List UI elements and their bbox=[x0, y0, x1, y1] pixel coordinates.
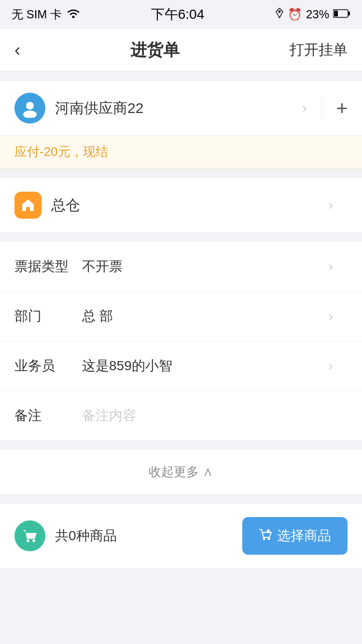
supplier-row[interactable]: 河南供应商22 › + bbox=[0, 81, 362, 136]
nav-bar: ‹ 进货单 打开挂单 bbox=[0, 29, 362, 71]
page-root: 无 SIM 卡 下午6:04 ⏰ 23% bbox=[0, 0, 362, 644]
product-count: 共0种商品 bbox=[55, 527, 233, 545]
svg-point-6 bbox=[23, 111, 37, 118]
status-bar: 无 SIM 卡 下午6:04 ⏰ 23% bbox=[0, 0, 362, 29]
open-pending-button[interactable]: 打开挂单 bbox=[290, 40, 348, 60]
warehouse-icon bbox=[14, 192, 42, 219]
notice-text: 应付-20元，现结 bbox=[14, 144, 108, 159]
page-title: 进货单 bbox=[130, 39, 180, 61]
svg-point-5 bbox=[26, 102, 34, 110]
svg-point-9 bbox=[263, 537, 265, 540]
svg-point-1 bbox=[278, 11, 280, 13]
staff-chevron-icon: › bbox=[329, 358, 333, 374]
invoice-label: 票据类型 bbox=[14, 257, 72, 276]
remark-row[interactable]: 备注 备注内容 bbox=[0, 391, 362, 440]
supplier-card: 河南供应商22 › + 应付-20元，现结 bbox=[0, 81, 362, 168]
department-label: 部门 bbox=[14, 307, 72, 325]
select-goods-button[interactable]: 选择商品 bbox=[242, 517, 348, 555]
warehouse-chevron-icon: › bbox=[329, 197, 333, 213]
remark-input[interactable]: 备注内容 bbox=[72, 406, 348, 425]
notice-bar: 应付-20元，现结 bbox=[0, 136, 362, 168]
staff-row[interactable]: 业务员 这是859的小智 › bbox=[0, 341, 362, 391]
staff-label: 业务员 bbox=[14, 357, 72, 375]
warehouse-name: 总仓 bbox=[51, 196, 329, 215]
invoice-chevron-icon: › bbox=[329, 259, 333, 274]
back-button[interactable]: ‹ bbox=[14, 40, 20, 60]
add-supplier-button[interactable]: + bbox=[336, 98, 348, 119]
form-section: 票据类型 不开票 › 部门 总 部 › 业务员 这是859的小智 › 备注 备注… bbox=[0, 242, 362, 440]
staff-value: 这是859的小智 bbox=[72, 357, 329, 375]
collapse-label: 收起更多 ∧ bbox=[149, 463, 213, 480]
alarm-icon: ⏰ bbox=[288, 8, 302, 21]
invoice-row[interactable]: 票据类型 不开票 › bbox=[0, 242, 362, 292]
department-row[interactable]: 部门 总 部 › bbox=[0, 292, 362, 341]
status-right: ⏰ 23% bbox=[275, 8, 350, 21]
department-chevron-icon: › bbox=[329, 308, 333, 324]
svg-point-8 bbox=[32, 539, 35, 542]
select-goods-label: 选择商品 bbox=[277, 527, 331, 545]
warehouse-row[interactable]: 总仓 › bbox=[0, 178, 362, 232]
sim-label: 无 SIM 卡 bbox=[12, 7, 62, 22]
invoice-value: 不开票 bbox=[72, 257, 329, 276]
svg-point-0 bbox=[72, 16, 75, 18]
battery-label: 23% bbox=[306, 8, 329, 21]
battery-icon bbox=[333, 8, 350, 21]
svg-rect-4 bbox=[334, 11, 338, 16]
svg-point-10 bbox=[268, 537, 270, 540]
status-left: 无 SIM 卡 bbox=[12, 7, 80, 22]
supplier-name: 河南供应商22 bbox=[55, 98, 302, 118]
remark-label: 备注 bbox=[14, 406, 72, 425]
cart-add-icon bbox=[259, 528, 272, 545]
department-value: 总 部 bbox=[72, 307, 329, 325]
collapse-button[interactable]: 收起更多 ∧ bbox=[0, 450, 362, 494]
svg-rect-3 bbox=[348, 12, 350, 15]
svg-point-7 bbox=[27, 539, 29, 542]
wifi-icon bbox=[67, 8, 80, 21]
status-time: 下午6:04 bbox=[151, 5, 205, 24]
divider bbox=[321, 96, 322, 120]
cart-icon-wrap bbox=[14, 520, 45, 551]
bottom-bar: 共0种商品 选择商品 bbox=[0, 504, 362, 568]
supplier-avatar bbox=[14, 93, 45, 124]
supplier-chevron-icon: › bbox=[302, 100, 306, 116]
location-icon bbox=[275, 8, 284, 21]
